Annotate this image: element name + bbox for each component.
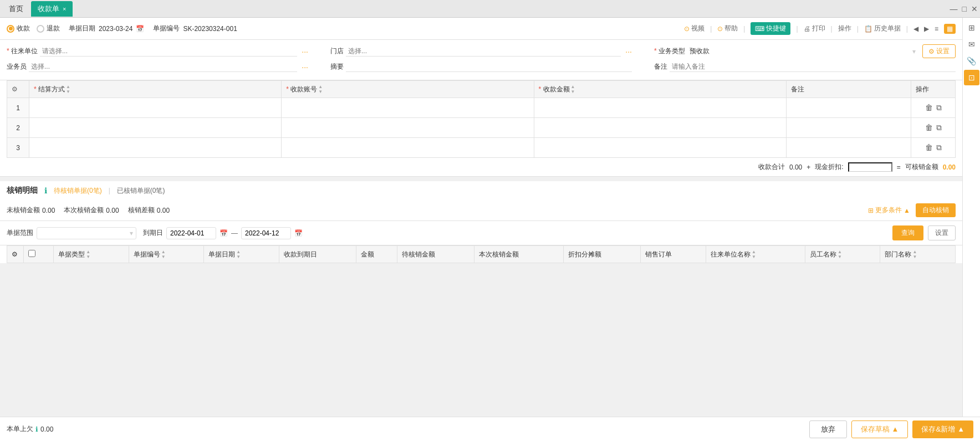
shortcut-btn[interactable]: ⌨ 快捷键 [751, 22, 790, 35]
row-account-2[interactable] [282, 118, 534, 138]
operations-btn[interactable]: 操作 [838, 24, 851, 33]
toolbar-right-actions: ⊙ 视频 | ⊙ 帮助 | ⌨ 快捷键 | 🖨 打印 | 操作 | 📋 历史单据… [684, 22, 956, 35]
row-copy-icon-2[interactable]: ⧉ [936, 123, 942, 132]
row-delete-icon-1[interactable]: 🗑 [925, 103, 933, 112]
row-delete-icon-3[interactable]: 🗑 [925, 143, 933, 152]
partner-label: 往来单位 [7, 47, 38, 56]
close-icon[interactable]: ✕ [971, 4, 978, 13]
receive-refund-toggle: 收款 退款 [7, 24, 60, 33]
range-select-container: ▾ [37, 227, 136, 239]
row-num-2: 2 [7, 118, 29, 138]
video-icon: ⊙ [684, 25, 690, 33]
writeoff-info-icon[interactable]: ℹ [44, 186, 47, 195]
th-settle-label: 结算方式 [34, 85, 65, 94]
print-btn[interactable]: 🖨 打印 [804, 24, 825, 33]
range-label: 单据范围 [7, 228, 33, 238]
th-discount: 折扣分摊额 [564, 246, 641, 263]
doc-number-label: 单据编号 [153, 24, 180, 33]
calendar-icon[interactable]: 📅 [136, 25, 144, 33]
help-btn[interactable]: ⊙ 帮助 [717, 24, 738, 33]
store-more-btn[interactable]: ··· [625, 47, 632, 56]
notes-input[interactable] [670, 61, 956, 72]
right-sidebar: ⊞ ✉ 📎 ⊡ [962, 18, 980, 417]
auto-writeoff-btn[interactable]: 自动核销 [916, 203, 956, 217]
store-input[interactable] [346, 46, 621, 57]
row-amount-3[interactable] [534, 138, 786, 158]
row-settle-1[interactable] [29, 98, 282, 118]
minimize-icon[interactable]: — [950, 4, 958, 13]
th-gear: ⚙ [7, 81, 29, 98]
tab-current[interactable]: 收款单 × [31, 1, 73, 17]
video-btn[interactable]: ⊙ 视频 [684, 24, 705, 33]
row-amount-1[interactable] [534, 98, 786, 118]
radio-receive-dot [7, 25, 14, 33]
pending-tab[interactable]: 待核销单据(0笔) [54, 186, 102, 196]
discount-input[interactable] [848, 162, 892, 172]
row-delete-icon-2[interactable]: 🗑 [925, 123, 933, 132]
history-btn[interactable]: 📋 历史单据 [864, 24, 901, 33]
biz-type-settings-btn[interactable]: ⚙ 设置 [922, 44, 956, 58]
row-settle-2[interactable] [29, 118, 282, 138]
summary-label: 摘要 [330, 62, 344, 71]
partner-input[interactable] [40, 46, 297, 57]
query-btn[interactable]: 查询 [892, 225, 923, 240]
row-notes-1[interactable] [786, 98, 911, 118]
sidebar-table-icon[interactable]: ⊞ [964, 20, 979, 35]
row-copy-icon-3[interactable]: ⧉ [936, 143, 942, 152]
row-copy-icon-1[interactable]: ⧉ [936, 103, 942, 112]
biz-type-value: 预收款 [687, 45, 910, 57]
done-tab[interactable]: 已核销单据(0笔) [117, 186, 165, 196]
staff-field: 业务员 ··· [7, 61, 308, 72]
row-settle-3[interactable] [29, 138, 282, 158]
summary-input[interactable] [346, 61, 632, 72]
biz-type-arrow[interactable]: ▾ [912, 48, 916, 55]
date-to-input[interactable] [241, 227, 291, 239]
gear-icon-2[interactable]: ⚙ [12, 250, 18, 258]
prev-btn[interactable]: ◀ [913, 25, 918, 33]
plus-sign: + [807, 163, 810, 171]
select-all-checkbox[interactable] [28, 250, 35, 257]
partner-name-col-label: 往来单位名称 [711, 250, 751, 259]
sidebar-clip-icon[interactable]: 📎 [964, 53, 979, 69]
radio-refund[interactable]: 退款 [37, 24, 60, 33]
video-label: 视频 [691, 24, 705, 33]
range-select[interactable] [37, 227, 136, 239]
sidebar-expand-icon[interactable]: ⊡ [964, 70, 979, 85]
more-conditions-btn[interactable]: ⊞ 更多条件 ▲ [868, 206, 910, 215]
th-settle-method: 结算方式 ▲▼ [29, 81, 282, 98]
cal-from-icon[interactable]: 📅 [220, 229, 228, 237]
unchecked-value: 0.00 [42, 207, 55, 214]
row-num-1: 1 [7, 98, 29, 118]
sidebar-email-icon[interactable]: ✉ [964, 37, 979, 52]
summary-field: 摘要 [330, 61, 632, 72]
row-notes-3[interactable] [786, 138, 911, 158]
form-area: 往来单位 ··· 门店 ··· 业务类型 预收款 ▾ ⚙ 设置 业务员 ··· … [0, 40, 962, 80]
th-account: 收款账号 ▲▼ [282, 81, 534, 98]
table-settings-icon[interactable]: ⚙ [12, 85, 18, 93]
tab-bar-controls: — □ ✕ [950, 4, 978, 13]
row-account-3[interactable] [282, 138, 534, 158]
row-account-1[interactable] [282, 98, 534, 118]
row-num-3: 3 [7, 138, 29, 158]
discount-col-label: 折扣分摊额 [568, 250, 601, 258]
radio-receive[interactable]: 收款 [7, 24, 30, 33]
row-amount-2[interactable] [534, 118, 786, 138]
settings-btn[interactable]: 设置 [928, 225, 956, 240]
staff-more-btn[interactable]: ··· [302, 63, 308, 71]
dept-name-col-label: 部门名称 [885, 250, 911, 259]
next-btn[interactable]: ▶ [924, 25, 929, 33]
th-doc-type: 单据类型 ▲▼ [54, 246, 129, 263]
date-from-input[interactable] [166, 227, 216, 239]
list-view-btn[interactable]: ≡ [935, 25, 938, 33]
cal-to-icon[interactable]: 📅 [294, 229, 303, 237]
total-value: 0.00 [789, 163, 802, 171]
help-icon: ⊙ [717, 25, 723, 33]
filter-right-buttons: 查询 设置 [892, 225, 956, 240]
tab-close-icon[interactable]: × [63, 6, 66, 12]
detail-view-btn[interactable]: ▦ [944, 24, 956, 34]
staff-input[interactable] [29, 61, 297, 72]
partner-more-btn[interactable]: ··· [302, 47, 308, 56]
tab-home[interactable]: 首页 [2, 1, 30, 17]
row-notes-2[interactable] [786, 118, 911, 138]
maximize-icon[interactable]: □ [962, 4, 967, 13]
